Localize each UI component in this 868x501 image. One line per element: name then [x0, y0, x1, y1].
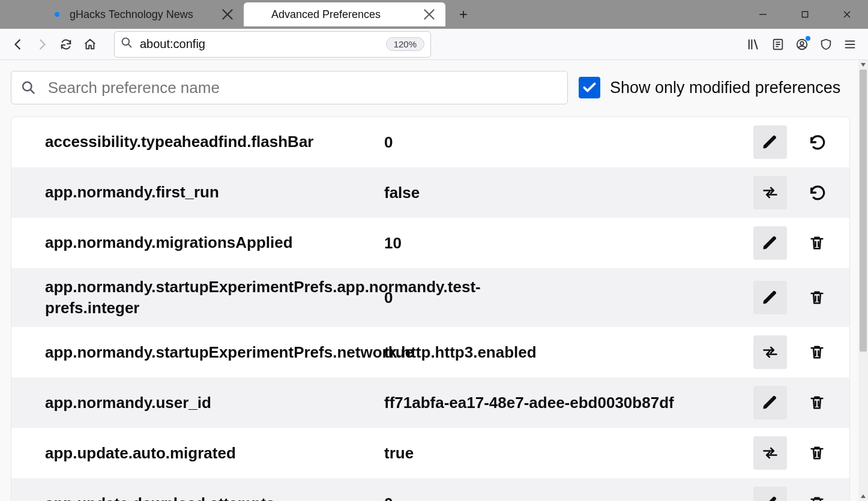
delete-button[interactable] [800, 335, 834, 369]
toggle-button[interactable] [753, 436, 787, 470]
titlebar: gHacks Technology News Advanced Preferen… [0, 0, 868, 29]
show-modified-toggle[interactable]: Show only modified preferences [579, 77, 840, 98]
pref-actions [753, 176, 834, 209]
delete-icon [809, 394, 825, 411]
toggle-button[interactable] [753, 176, 787, 209]
pref-name: app.update.download.attempts [45, 493, 384, 501]
delete-button[interactable] [800, 436, 834, 470]
preference-search[interactable] [11, 71, 568, 104]
edit-icon [762, 235, 779, 251]
toggle-icon [762, 344, 779, 361]
search-icon [121, 37, 133, 52]
preference-search-input[interactable] [48, 79, 558, 97]
app-menu-button[interactable] [838, 32, 862, 56]
pref-name: app.normandy.migrationsApplied [45, 232, 384, 253]
reset-icon [809, 134, 825, 151]
tab-advanced-preferences[interactable]: Advanced Preferences [244, 2, 445, 26]
back-button[interactable] [6, 32, 30, 56]
edit-button[interactable] [753, 125, 787, 159]
toggle-icon [762, 445, 779, 461]
ublock-button[interactable] [814, 32, 838, 56]
tab-title: Advanced Preferences [271, 8, 421, 21]
pref-row: app.update.download.attempts0 [11, 478, 849, 501]
pref-row: accessibility.typeaheadfind.flashBar0 [11, 117, 849, 167]
account-button[interactable] [790, 32, 814, 56]
reload-button[interactable] [54, 32, 78, 56]
pref-row: app.normandy.first_runfalse [11, 167, 849, 218]
pref-value: 0 [384, 289, 753, 307]
pref-row: app.normandy.migrationsApplied10 [11, 218, 849, 268]
notification-dot-icon [806, 36, 810, 41]
pref-row: app.normandy.startupExperimentPrefs.netw… [11, 327, 849, 377]
pref-row: app.normandy.startupExperimentPrefs.app.… [11, 268, 849, 327]
new-tab-button[interactable]: + [453, 4, 474, 25]
show-modified-label: Show only modified preferences [610, 79, 840, 97]
edit-button[interactable] [753, 386, 787, 419]
reset-button[interactable] [800, 176, 834, 209]
toggle-icon [762, 184, 779, 201]
scroll-up-button[interactable] [858, 60, 868, 70]
delete-icon [809, 344, 825, 361]
edit-icon [762, 394, 779, 411]
home-button[interactable] [78, 32, 102, 56]
close-window-button[interactable] [826, 0, 868, 29]
tab-title: gHacks Technology News [70, 8, 220, 21]
delete-icon [809, 445, 825, 461]
scroll-down-button[interactable] [858, 491, 868, 501]
pref-actions [753, 226, 834, 260]
pref-value: 0 [384, 133, 753, 152]
pref-value: 10 [384, 234, 753, 253]
pref-actions [753, 487, 834, 501]
pref-row: app.update.auto.migratedtrue [11, 428, 849, 478]
scrollbar-thumb[interactable] [860, 70, 867, 352]
edit-icon [762, 289, 779, 306]
close-tab-button[interactable] [421, 7, 437, 22]
about-config-content: Show only modified preferences accessibi… [0, 60, 858, 501]
reset-icon [809, 184, 825, 201]
tab-ghacks[interactable]: gHacks Technology News [42, 2, 244, 26]
edit-icon [762, 134, 779, 151]
checkbox-checked-icon [579, 77, 600, 98]
delete-icon [809, 289, 825, 306]
maximize-button[interactable] [784, 0, 826, 29]
edit-icon [762, 495, 779, 501]
pref-actions [753, 436, 834, 470]
vertical-scrollbar[interactable] [858, 60, 868, 501]
pref-name: app.update.auto.migrated [45, 443, 384, 464]
url-text: about:config [140, 37, 386, 51]
window-controls [742, 0, 868, 29]
pref-actions [753, 125, 834, 159]
urlbar[interactable]: about:config 120% [114, 31, 431, 58]
forward-button[interactable] [30, 32, 54, 56]
delete-button[interactable] [800, 386, 834, 419]
pref-name: app.normandy.startupExperimentPrefs.app.… [45, 277, 384, 319]
edit-button[interactable] [753, 226, 787, 260]
pref-row: app.normandy.user_idff71abfa-ea17-48e7-a… [11, 377, 849, 428]
pref-value: false [384, 184, 753, 202]
reset-button[interactable] [800, 125, 834, 159]
edit-button[interactable] [753, 487, 787, 501]
pref-value: 0 [384, 494, 753, 501]
minimize-button[interactable] [742, 0, 784, 29]
navbar: about:config 120% [0, 29, 868, 60]
library-button[interactable] [742, 32, 766, 56]
edit-button[interactable] [753, 281, 787, 314]
delete-icon [809, 235, 825, 251]
delete-button[interactable] [800, 487, 834, 501]
pref-name: app.normandy.startupExperimentPrefs.netw… [45, 342, 384, 363]
reader-view-button[interactable] [766, 32, 790, 56]
pref-name: app.normandy.first_run [45, 182, 384, 203]
preferences-table: accessibility.typeaheadfind.flashBar0app… [11, 116, 850, 501]
pref-value: ff71abfa-ea17-48e7-adee-ebd0030b87df [384, 394, 753, 412]
pref-name: app.normandy.user_id [45, 392, 384, 413]
loading-indicator-icon [52, 9, 62, 20]
close-tab-button[interactable] [220, 7, 235, 22]
delete-button[interactable] [800, 226, 834, 260]
zoom-indicator[interactable]: 120% [386, 37, 424, 51]
pref-value: true [384, 444, 753, 463]
pref-actions [753, 386, 834, 419]
delete-icon [809, 495, 825, 501]
pref-name: accessibility.typeaheadfind.flashBar [45, 131, 384, 152]
delete-button[interactable] [800, 281, 834, 314]
toggle-button[interactable] [753, 335, 787, 369]
